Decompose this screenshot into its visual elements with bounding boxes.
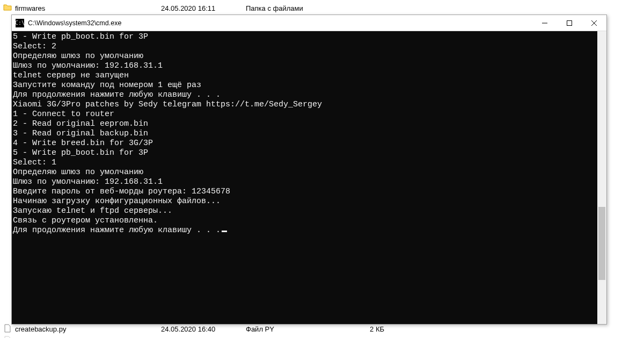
row-type: Папка с файлами <box>246 4 347 12</box>
minimize-button[interactable] <box>532 15 557 31</box>
svg-rect-0 <box>567 20 572 25</box>
terminal-line: Определяю шлюз по умолчанию <box>13 168 603 177</box>
terminal-cursor <box>222 231 227 232</box>
terminal-line: telnet сервер не запущен <box>13 71 603 81</box>
cmd-window: C:\ C:\Windows\system32\cmd.exe 5 - Writ… <box>11 15 607 325</box>
terminal-line: Для продолжения нажмите любую клавишу . … <box>13 226 603 235</box>
file-explorer-background: firmwares 24.05.2020 16:11 Папка с файла… <box>0 2 644 14</box>
terminal-output[interactable]: 5 - Write pb_boot.bin for 3PSelect: 2Опр… <box>12 31 606 324</box>
terminal-line: 1 - Connect to router <box>13 110 603 119</box>
file-explorer-background-bottom: createbackup.py 24.05.2020 16:40 Файл PY… <box>0 323 644 338</box>
terminal-line: Шлюз по умолчанию: 192.168.31.1 <box>13 177 603 187</box>
file-icon <box>3 336 12 339</box>
row-name: firmwares <box>15 4 45 12</box>
explorer-row-file[interactable]: createbackup_eeprom.py 24.05.2020 16:40 … <box>0 335 644 338</box>
terminal-line: Xiaomi 3G/3Pro patches by Sedy telegram … <box>13 100 603 110</box>
terminal-line: Запустите команду под номером 1 ещё раз <box>13 81 603 90</box>
terminal-line: Select: 2 <box>13 42 603 52</box>
close-button[interactable] <box>582 15 606 31</box>
terminal-line: Select: 1 <box>13 158 603 168</box>
scrollbar-thumb[interactable] <box>598 207 605 280</box>
row-date: 24.05.2020 16:40 <box>161 325 246 333</box>
file-icon <box>3 324 12 334</box>
window-titlebar[interactable]: C:\ C:\Windows\system32\cmd.exe <box>12 15 606 31</box>
terminal-line: 5 - Write pb_boot.bin for 3P <box>13 32 603 42</box>
row-type: Файл PY <box>246 325 347 333</box>
terminal-line: 5 - Write pb_boot.bin for 3P <box>13 148 603 158</box>
folder-icon <box>3 3 12 13</box>
row-size: 2 КБ <box>347 325 390 333</box>
terminal-line: 3 - Read original backup.bin <box>13 129 603 139</box>
explorer-row-file[interactable]: createbackup.py 24.05.2020 16:40 Файл PY… <box>0 323 644 335</box>
terminal-line: Связь с роутером установленна. <box>13 216 603 226</box>
terminal-line: 4 - Write breed.bin for 3G/3P <box>13 139 603 148</box>
window-title: C:\Windows\system32\cmd.exe <box>28 19 121 27</box>
maximize-button[interactable] <box>557 15 582 31</box>
terminal-line: 2 - Read original eeprom.bin <box>13 119 603 129</box>
explorer-row-folder[interactable]: firmwares 24.05.2020 16:11 Папка с файла… <box>0 2 644 14</box>
cmd-icon: C:\ <box>16 19 24 27</box>
scrollbar[interactable] <box>597 31 606 324</box>
terminal-line: Для продолжения нажмите любую клавишу . … <box>13 90 603 100</box>
terminal-line: Определяю шлюз по умолчанию <box>13 52 603 61</box>
terminal-line: Введите пароль от веб-морды роутера: 123… <box>13 187 603 197</box>
row-name: createbackup.py <box>15 325 66 333</box>
terminal-line: Запускаю telnet и ftpd серверы... <box>13 206 603 216</box>
row-date: 24.05.2020 16:11 <box>161 4 246 12</box>
terminal-line: Шлюз по умолчанию: 192.168.31.1 <box>13 61 603 71</box>
terminal-line: Начинаю загрузку конфигурационных файлов… <box>13 197 603 206</box>
